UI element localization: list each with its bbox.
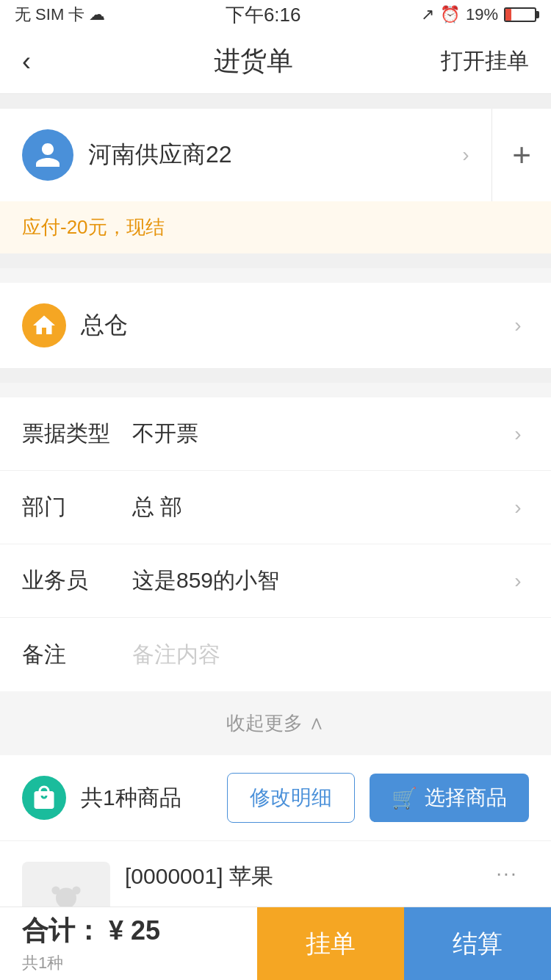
status-right: ↗ ⏰ 19% [421, 5, 536, 24]
alarm-icon: ⏰ [440, 5, 460, 24]
svg-point-3 [72, 886, 80, 894]
open-hang-button[interactable]: 打开挂单 [441, 46, 529, 76]
sales-chevron-icon: › [507, 570, 529, 592]
separator-1 [0, 94, 551, 109]
supplier-avatar [22, 129, 73, 181]
person-icon [33, 140, 62, 170]
total-value: ¥ 25 [109, 915, 160, 945]
product-header: 共1种商品 修改明细 🛒 选择商品 [0, 755, 551, 840]
page-title: 进货单 [214, 43, 293, 79]
back-button[interactable]: ‹ [22, 46, 66, 77]
status-time: 下午6:16 [226, 2, 301, 28]
svg-point-2 [51, 886, 60, 894]
total-label: 合计： [22, 915, 101, 945]
sales-value: 这是859的小智 [118, 566, 507, 596]
invoice-value: 不开票 [118, 419, 507, 449]
nav-bar: ‹ 进货单 打开挂单 [0, 29, 551, 94]
dept-value: 总 部 [118, 492, 507, 522]
product-more-button[interactable]: ··· [485, 862, 529, 885]
total-section: 合计： ¥ 25 共1种 [0, 907, 257, 980]
form-section: 票据类型 不开票 › 部门 总 部 › 业务员 这是859的小智 › 备注 备注… [0, 397, 551, 691]
dept-label: 部门 [22, 492, 118, 522]
remark-label: 备注 [22, 640, 118, 670]
shopping-icon [31, 785, 57, 811]
product-title: 苹果 [229, 864, 273, 888]
collapse-button[interactable]: 收起更多 ∧ [0, 691, 551, 755]
supplier-name: 河南供应商22 [88, 139, 455, 171]
department-row[interactable]: 部门 总 部 › [0, 471, 551, 544]
supplier-chevron-icon: › [455, 144, 477, 166]
salesperson-row[interactable]: 业务员 这是859的小智 › [0, 544, 551, 618]
cart-icon: 🛒 [392, 786, 417, 810]
invoice-chevron-icon: › [507, 423, 529, 445]
select-product-button[interactable]: 🛒 选择商品 [370, 774, 529, 822]
status-left: 无 SIM 卡 ☁ [15, 4, 105, 26]
separator-3 [0, 368, 551, 383]
product-name: [0000001] 苹果 [125, 862, 470, 892]
edit-detail-button[interactable]: 修改明细 [227, 773, 355, 823]
bottom-bar: 合计： ¥ 25 共1种 挂单 结算 [0, 907, 551, 980]
product-count: 共1种商品 [81, 783, 212, 813]
dept-chevron-icon: › [507, 497, 529, 519]
invoice-type-row[interactable]: 票据类型 不开票 › [0, 397, 551, 471]
warehouse-icon [22, 303, 66, 347]
battery-icon [504, 7, 536, 22]
product-icon [22, 776, 66, 820]
remark-input[interactable]: 备注内容 [118, 640, 529, 670]
add-supplier-button[interactable]: + [492, 137, 551, 173]
supplier-notice: 应付-20元，现结 [0, 201, 551, 253]
battery-percentage: 19% [466, 5, 498, 24]
warehouse-name: 总仓 [81, 309, 507, 342]
invoice-label: 票据类型 [22, 419, 118, 449]
warehouse-section[interactable]: 总仓 › [0, 283, 551, 368]
location-icon: ↗ [421, 5, 434, 24]
home-icon [31, 312, 57, 339]
total-count: 共1种 [22, 952, 235, 974]
product-code: [0000001] [125, 864, 229, 888]
supplier-selector[interactable]: 河南供应商22 › [0, 109, 492, 201]
status-bar: 无 SIM 卡 ☁ 下午6:16 ↗ ⏰ 19% [0, 0, 551, 29]
hang-button[interactable]: 挂单 [257, 907, 404, 980]
warehouse-chevron-icon: › [507, 314, 529, 336]
checkout-button[interactable]: 结算 [404, 907, 551, 980]
remark-row[interactable]: 备注 备注内容 [0, 618, 551, 691]
sim-status: 无 SIM 卡 ☁ [15, 4, 105, 26]
total-amount: 合计： ¥ 25 [22, 913, 235, 949]
separator-2 [0, 253, 551, 268]
supplier-section: 河南供应商22 › + [0, 109, 551, 201]
sales-label: 业务员 [22, 566, 118, 596]
